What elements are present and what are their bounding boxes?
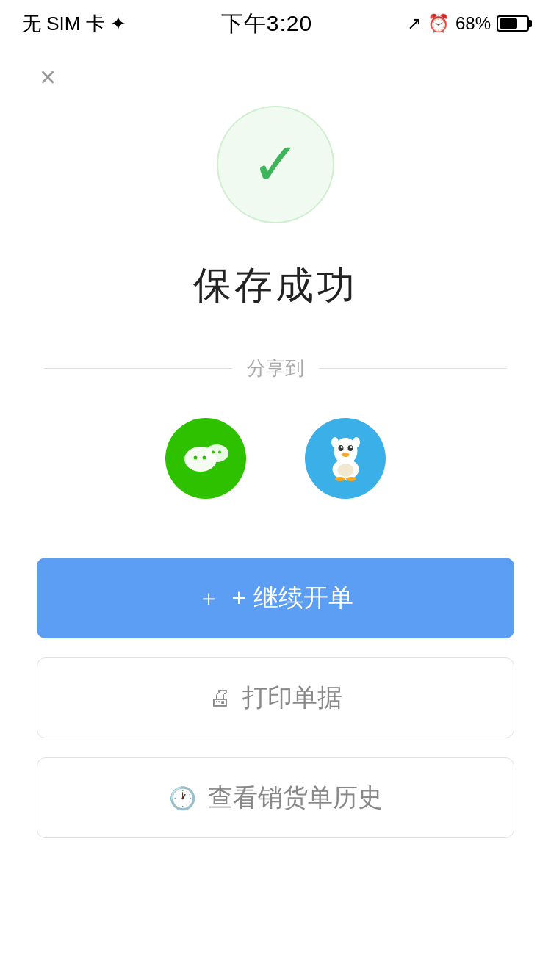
- plus-icon: ＋: [198, 583, 220, 613]
- svg-point-15: [335, 477, 345, 481]
- close-button[interactable]: ×: [29, 59, 66, 96]
- continue-button[interactable]: ＋ + 继续开单: [37, 558, 514, 638]
- sim-status: 无 SIM 卡 ✦: [22, 11, 126, 37]
- close-icon: ×: [40, 63, 56, 91]
- history-label: 查看销货单历史: [208, 781, 383, 815]
- svg-point-5: [218, 450, 221, 453]
- divider-line-right: [319, 368, 507, 369]
- status-bar: 无 SIM 卡 ✦ 下午3:20 ↗ ⏰ 68%: [0, 0, 551, 47]
- divider-line-left: [44, 368, 232, 369]
- qq-share-button[interactable]: [305, 418, 386, 499]
- wechat-share-button[interactable]: [165, 418, 246, 499]
- svg-point-4: [212, 450, 215, 453]
- continue-label: + 继续开单: [231, 581, 353, 615]
- battery-icon: [497, 15, 529, 32]
- print-label: 打印单据: [242, 681, 342, 715]
- main-content: ✓ 保存成功 分享到: [0, 47, 551, 838]
- svg-point-2: [193, 455, 197, 459]
- success-circle: ✓: [217, 106, 334, 223]
- status-time: 下午3:20: [221, 9, 312, 39]
- svg-point-10: [340, 446, 342, 448]
- share-icons: [165, 418, 386, 499]
- status-left: 无 SIM 卡 ✦: [22, 11, 126, 37]
- clock-icon: 🕐: [169, 785, 196, 811]
- print-button[interactable]: 🖨 打印单据: [37, 657, 514, 738]
- svg-point-9: [347, 445, 353, 451]
- svg-point-8: [338, 445, 343, 451]
- battery-fill: [500, 18, 517, 29]
- svg-point-14: [337, 464, 353, 477]
- svg-point-17: [331, 437, 339, 447]
- location-icon: ↗: [407, 13, 422, 34]
- svg-point-1: [205, 444, 228, 462]
- qq-icon: [325, 435, 366, 483]
- status-right: ↗ ⏰ 68%: [407, 13, 529, 34]
- share-label: 分享到: [247, 356, 304, 381]
- print-icon: 🖨: [209, 685, 231, 710]
- battery-percent: 68%: [455, 13, 491, 34]
- svg-point-18: [353, 437, 360, 447]
- alarm-icon: ⏰: [428, 13, 450, 34]
- svg-point-3: [202, 455, 206, 459]
- checkmark-icon: ✓: [251, 135, 300, 194]
- svg-point-12: [342, 453, 349, 457]
- wechat-icon: [182, 439, 230, 479]
- svg-point-16: [346, 477, 356, 481]
- history-button[interactable]: 🕐 查看销货单历史: [37, 757, 514, 838]
- success-title: 保存成功: [193, 260, 358, 311]
- action-buttons: ＋ + 继续开单 🖨 打印单据 🕐 查看销货单历史: [0, 558, 551, 838]
- svg-point-11: [350, 446, 352, 448]
- share-divider: 分享到: [0, 356, 551, 381]
